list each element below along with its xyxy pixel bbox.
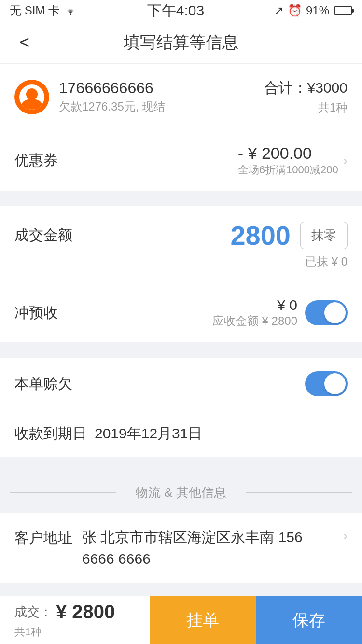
coupon-amount: - ¥ 200.00: [238, 144, 338, 163]
round-button[interactable]: 抹零: [300, 222, 348, 249]
address-row[interactable]: 客户地址 张 北京市市辖区海淀区永丰南 156 6666 6666 ›: [0, 513, 362, 583]
prepay-label: 冲预收: [14, 303, 58, 323]
coupon-row[interactable]: 优惠券 - ¥ 200.00 全场6折满1000减200 ›: [0, 130, 362, 191]
page-title: 填写结算等信息: [124, 31, 238, 54]
carrier-label: 无 SIM 卡: [10, 3, 60, 18]
prepay-amount: ¥ 0: [212, 297, 297, 313]
prepay-toggle-knob: [324, 302, 346, 323]
customer-card: 17666666666 欠款1276.35元, 现结 合计：¥3000 共1种 …: [0, 64, 362, 191]
customer-phone: 17666666666: [59, 79, 165, 97]
svg-point-0: [70, 14, 71, 15]
total-count: 共1种: [264, 100, 348, 115]
coupon-right: - ¥ 200.00 全场6折满1000减200 ›: [238, 144, 348, 177]
customer-left: 17666666666 欠款1276.35元, 现结: [14, 79, 165, 114]
back-button[interactable]: <: [14, 28, 34, 57]
bottom-bar: 成交： ¥ 2800 共1种 挂单 保存: [0, 596, 362, 644]
section-divider-3: [0, 465, 362, 473]
deal-sub-text: 已抹 ¥ 0: [14, 254, 348, 269]
prepay-right: ¥ 0 应收金额 ¥ 2800: [212, 297, 348, 329]
total-amount: 合计：¥3000: [264, 78, 348, 98]
prepay-sub: 应收金额 ¥ 2800: [212, 313, 297, 329]
location-icon: ↗: [274, 4, 284, 17]
section-divider-1: [0, 198, 362, 206]
deal-amount-section: 成交金额 2800 抹零 已抹 ¥ 0: [0, 206, 362, 283]
coupon-sub: 全场6折满1000减200: [238, 163, 338, 177]
address-chevron-icon: ›: [343, 526, 348, 544]
wifi-icon: [64, 6, 77, 15]
due-date-row: 收款到期日 2019年12月31日: [14, 424, 348, 444]
credit-toggle-knob: [324, 373, 346, 394]
battery-icon: [334, 6, 352, 15]
coupon-chevron-icon: ›: [343, 153, 348, 168]
address-label: 客户地址: [14, 526, 72, 548]
coupon-amount-block: - ¥ 200.00 全场6折满1000减200: [238, 144, 338, 177]
prepay-toggle[interactable]: [305, 300, 348, 325]
hang-button[interactable]: 挂单: [150, 596, 256, 644]
avatar: [14, 80, 49, 114]
logistics-text: 物流 & 其他信息: [136, 484, 226, 501]
logistics-divider: 物流 & 其他信息: [0, 473, 362, 513]
status-bar: 无 SIM 卡 下午4:03 ↗ ⏰ 91%: [0, 0, 362, 21]
customer-right: 合计：¥3000 共1种: [264, 78, 348, 115]
credit-label: 本单赊欠: [14, 374, 72, 394]
due-date-label: 收款到期日: [14, 424, 87, 444]
status-right: ↗ ⏰ 91%: [274, 4, 352, 17]
section-divider-2: [0, 350, 362, 358]
deal-right: 2800 抹零: [230, 220, 348, 251]
coupon-label: 优惠券: [14, 151, 58, 170]
bottom-deal-amount: ¥ 2800: [56, 601, 115, 623]
logistics-line-left: [10, 492, 116, 493]
deal-card: 成交金额 2800 抹零 已抹 ¥ 0 冲预收 ¥ 0 应收金额 ¥ 2800: [0, 206, 362, 342]
bottom-summary: 成交： ¥ 2800 共1种: [0, 596, 150, 644]
logistics-line-right: [246, 492, 352, 493]
prepay-row: 冲预收 ¥ 0 应收金额 ¥ 2800: [0, 283, 362, 342]
customer-info: 17666666666 欠款1276.35元, 现结: [59, 79, 165, 114]
deal-amount-value: 2800: [230, 220, 291, 251]
deal-amount-label: 成交金额: [14, 225, 72, 245]
due-date-value: 2019年12月31日: [95, 424, 202, 444]
prepay-amount-block: ¥ 0 应收金额 ¥ 2800: [212, 297, 297, 329]
address-value: 张 北京市市辖区海淀区永丰南 156 6666 6666: [82, 526, 334, 570]
credit-toggle[interactable]: [305, 371, 348, 396]
status-left: 无 SIM 卡: [10, 3, 77, 18]
due-date-section: 收款到期日 2019年12月31日: [0, 410, 362, 457]
battery-label: 91%: [306, 4, 329, 17]
alarm-icon: ⏰: [288, 4, 302, 17]
bottom-count: 共1种: [14, 625, 135, 639]
deal-amount-row: 成交金额 2800 抹零: [14, 220, 348, 251]
customer-row: 17666666666 欠款1276.35元, 现结 合计：¥3000 共1种: [0, 64, 362, 130]
save-button[interactable]: 保存: [256, 596, 362, 644]
nav-bar: < 填写结算等信息: [0, 21, 362, 64]
credit-card: 本单赊欠 收款到期日 2019年12月31日: [0, 358, 362, 457]
bottom-deal-label: 成交：: [14, 603, 52, 620]
credit-row: 本单赊欠: [0, 358, 362, 410]
status-time: 下午4:03: [147, 1, 204, 21]
bottom-deal-row: 成交： ¥ 2800: [14, 601, 135, 623]
customer-sub-text: 欠款1276.35元, 现结: [59, 99, 165, 114]
